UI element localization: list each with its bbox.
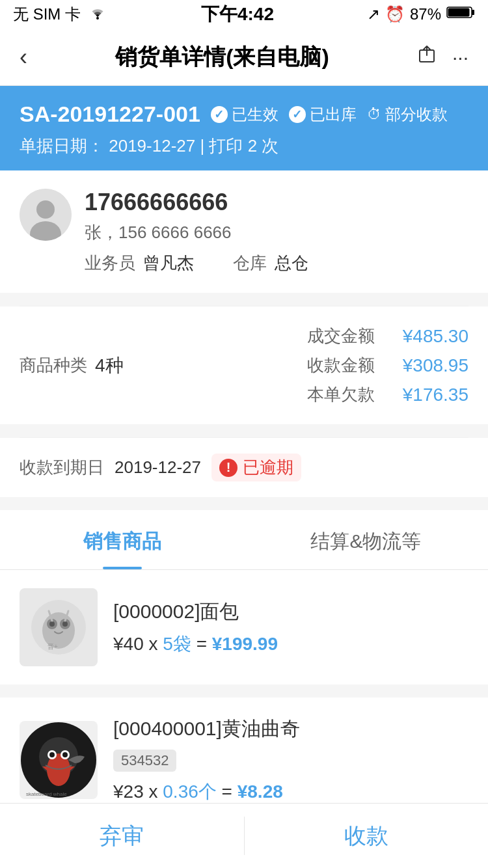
trade-amount-label: 成交金额: [307, 325, 375, 347]
customer-name: 张，156 6666 6666: [85, 221, 468, 244]
product-price-2: ¥23 x 0.36个 = ¥8.28: [113, 780, 468, 804]
product-image-1: 晋+: [20, 588, 98, 666]
customer-meta: 业务员 曾凡杰 仓库 总仓: [85, 252, 468, 275]
warehouse: 仓库 总仓: [233, 252, 308, 275]
status-bar: 无 SIM 卡 下午4:42 ↗ ⏰ 87%: [0, 0, 488, 29]
receipt-amount-label: 收款金额: [307, 354, 375, 377]
product-name-2: [000400001]黄油曲奇: [113, 716, 468, 742]
cancel-label: 弃审: [100, 821, 144, 851]
category-label: 商品种类: [20, 354, 87, 377]
date-value: 2019-12-27: [109, 136, 195, 156]
summary-left: 商品种类 4种: [20, 353, 124, 378]
back-button[interactable]: ‹: [20, 44, 27, 71]
check-icon-active: ✓: [211, 106, 228, 123]
equals-1: =: [191, 634, 212, 654]
due-date-value: 2019-12-27: [115, 457, 201, 478]
overdue-badge: ! 已逾期: [211, 454, 301, 481]
status-shipped-label: 已出库: [310, 104, 357, 125]
product-info-1: [0000002]面包 ¥40 x 5袋 = ¥199.99: [113, 599, 468, 657]
svg-point-12: [49, 621, 55, 627]
time-display: 下午4:42: [201, 2, 274, 27]
due-date-section: 收款到期日 2019-12-27 ! 已逾期: [0, 438, 488, 497]
svg-text:skateboard whale: skateboard whale: [26, 791, 67, 797]
customer-section: 17666666666 张，156 6666 6666 业务员 曾凡杰 仓库 总…: [0, 170, 488, 293]
status-partial-label: 部分收款: [385, 104, 448, 125]
check-icon-shipped: ✓: [289, 106, 306, 123]
product-price-1: ¥40 x 5袋 = ¥199.99: [113, 632, 468, 657]
svg-point-0: [96, 17, 99, 20]
nav-bar: ‹ 销货单详情(来自电脑) ···: [0, 29, 488, 86]
avatar: [20, 189, 72, 241]
order-id-row: SA-20191227-001 ✓ 已生效 ✓ 已出库 ⏱ 部分收款: [20, 102, 468, 127]
status-bar-right: ↗ ⏰ 87%: [367, 5, 475, 23]
price-base-2: ¥23 x: [113, 781, 163, 802]
price-base-1: ¥40 x: [113, 634, 163, 654]
product-item-1: 晋+ [0000002]面包 ¥40 x 5袋 = ¥199.99: [0, 570, 488, 685]
svg-point-6: [36, 200, 55, 219]
product-badge-2: 534532: [113, 750, 176, 772]
svg-rect-3: [448, 8, 469, 17]
svg-point-13: [62, 621, 68, 627]
nav-left: ‹: [20, 44, 27, 71]
product-tabs: 销售商品 结算&物流等: [0, 510, 488, 570]
location-icon: ↗: [367, 5, 380, 23]
svg-point-20: [49, 752, 55, 757]
status-bar-left: 无 SIM 卡: [13, 4, 108, 25]
sim-status: 无 SIM 卡: [13, 4, 81, 25]
tab-sales-products[interactable]: 销售商品: [0, 510, 244, 569]
product-name-1: [0000002]面包: [113, 599, 468, 625]
status-active: ✓ 已生效: [211, 104, 278, 125]
quantity-2: 0.36个: [163, 781, 217, 802]
summary-right: 成交金额 ¥485.30 收款金额 ¥308.95 本单欠款 ¥176.35: [307, 325, 468, 406]
product-image-2: skateboard whale: [20, 721, 98, 799]
bottom-bar: 弃审 收款: [0, 803, 488, 868]
confirm-button[interactable]: 收款: [245, 804, 489, 868]
summary-section: 商品种类 4种 成交金额 ¥485.30 收款金额 ¥308.95 本单欠款 ¥…: [0, 306, 488, 424]
clock-icon: ⏱: [367, 106, 381, 123]
sales-person: 业务员 曾凡杰: [85, 252, 194, 275]
confirm-label: 收款: [344, 821, 388, 851]
warehouse-label: 仓库: [233, 252, 267, 275]
wifi-icon: [87, 5, 108, 23]
sales-person-value: 曾凡杰: [143, 252, 194, 275]
cancel-button[interactable]: 弃审: [0, 804, 244, 868]
debt-value: ¥176.35: [390, 385, 468, 405]
overdue-icon: !: [219, 459, 237, 477]
svg-point-21: [62, 752, 68, 757]
category-value: 4种: [95, 353, 124, 378]
debt-row: 本单欠款 ¥176.35: [307, 383, 468, 406]
more-button[interactable]: ···: [452, 46, 468, 68]
order-id-text: SA-20191227-001: [20, 102, 200, 127]
trade-amount-value: ¥485.30: [390, 326, 468, 347]
tab-settlement[interactable]: 结算&物流等: [244, 510, 488, 569]
status-active-label: 已生效: [232, 104, 278, 125]
order-header: SA-20191227-001 ✓ 已生效 ✓ 已出库 ⏱ 部分收款 单据日期：…: [0, 86, 488, 170]
receipt-amount-value: ¥308.95: [390, 355, 468, 376]
total-2: ¥8.28: [237, 781, 283, 802]
battery-icon: [446, 5, 475, 23]
trade-amount-row: 成交金额 ¥485.30: [307, 325, 468, 347]
due-date-label: 收款到期日: [20, 456, 104, 479]
alarm-icon: ⏰: [385, 5, 405, 23]
receipt-amount-row: 收款金额 ¥308.95: [307, 354, 468, 377]
page-title: 销货单详情(来自电脑): [115, 42, 329, 72]
nav-right: ···: [417, 45, 468, 69]
print-info: | 打印 2 次: [200, 136, 278, 156]
overdue-text: 已逾期: [243, 456, 293, 479]
share-button[interactable]: [417, 45, 437, 69]
svg-rect-2: [472, 10, 474, 15]
svg-text:晋+: 晋+: [47, 643, 58, 650]
date-label: 单据日期：: [20, 136, 104, 156]
total-1: ¥199.99: [212, 634, 278, 654]
equals-2: =: [217, 781, 237, 802]
warehouse-value: 总仓: [275, 252, 308, 275]
sales-person-label: 业务员: [85, 252, 135, 275]
status-partial: ⏱ 部分收款: [367, 104, 448, 125]
status-shipped: ✓ 已出库: [289, 104, 357, 125]
customer-info: 17666666666 张，156 6666 6666 业务员 曾凡杰 仓库 总…: [85, 189, 468, 275]
product-info-2: [000400001]黄油曲奇 534532 ¥23 x 0.36个 = ¥8.…: [113, 716, 468, 804]
order-date-row: 单据日期： 2019-12-27 | 打印 2 次: [20, 135, 468, 157]
debt-label: 本单欠款: [307, 383, 375, 406]
quantity-1: 5袋: [163, 634, 191, 654]
customer-phone: 17666666666: [85, 189, 468, 216]
